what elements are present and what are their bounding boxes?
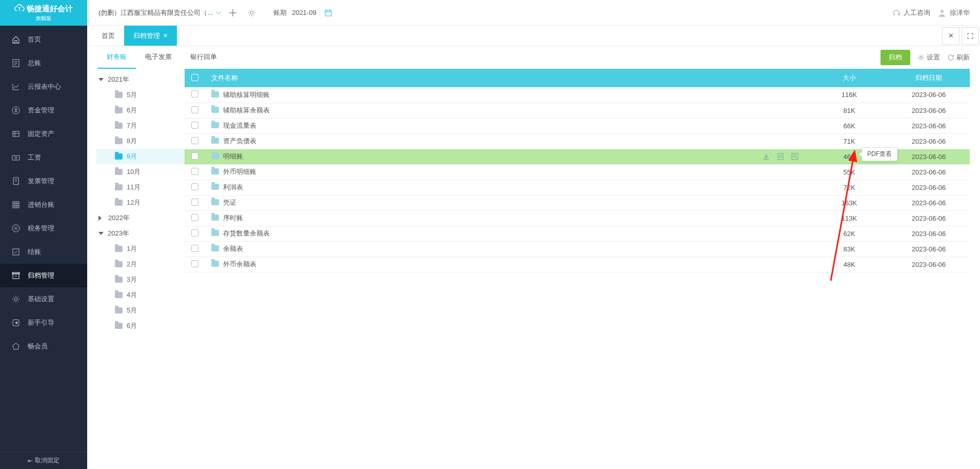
cloud-icon [14,4,25,13]
company-settings-button[interactable] [245,9,259,17]
sidebar-item-5[interactable]: 工资 [0,146,87,169]
subtab-einvoice[interactable]: 电子发票 [136,46,181,69]
sidebar-footer-toggle[interactable]: ⇤ 取消固定 [0,452,87,469]
file-name: 存货数量余额表 [223,229,270,237]
tree-month[interactable]: 5月 [96,87,185,103]
consult-button[interactable]: 人工咨询 [892,8,930,17]
table-row[interactable]: 外币明细账55K2023-06-06 [185,164,970,180]
row-checkbox[interactable] [191,137,198,144]
table-row[interactable]: 辅助核算余额表81K2023-06-06 [185,103,970,118]
refresh-button[interactable]: 刷新 [947,53,970,62]
user-menu[interactable]: 徐泽华 [937,8,970,17]
tree-month[interactable]: 10月 [96,164,185,180]
row-checkbox[interactable] [191,90,198,97]
archive-date: 2023-06-06 [912,107,946,114]
row-checkbox[interactable] [191,245,198,252]
sidebar-item-12[interactable]: 新手引导 [0,311,87,335]
subtab-finance[interactable]: 财务账 [97,46,136,69]
tree-month[interactable]: 7月 [96,118,185,133]
subtab-bank[interactable]: 银行回单 [181,46,226,69]
row-checkbox[interactable] [191,183,198,190]
sidebar-item-label: 资金管理 [28,106,54,115]
archive-date: 2023-06-06 [912,199,946,207]
table-row[interactable]: 序时账113K2023-06-06 [185,210,970,226]
sidebar-item-2[interactable]: 云报表中心 [0,75,87,99]
tree-month[interactable]: 2月 [96,257,185,272]
select-all-checkbox[interactable] [191,74,198,81]
folder-icon [211,168,219,174]
row-checkbox[interactable] [191,199,198,206]
sidebar-item-0[interactable]: 首页 [0,28,87,51]
table-row[interactable]: 余额表83K2023-06-06 [185,241,970,257]
sidebar-item-9[interactable]: 结账 [0,240,87,264]
tree-month[interactable]: 5月 [96,303,185,318]
svg-rect-3 [12,155,19,160]
tree-month[interactable]: 6月 [96,103,185,118]
sidebar-item-4[interactable]: 固定资产 [0,122,87,146]
table-row[interactable]: 明细账46K2023-06-06 [185,149,970,164]
tab-home[interactable]: 首页 [92,26,124,46]
table-row[interactable]: 资产负债表71K2023-06-06 [185,133,970,149]
table-row[interactable]: 凭证163K2023-06-06 [185,195,970,210]
settings-icon [11,295,21,304]
row-checkbox[interactable] [191,260,198,267]
sidebar-item-8[interactable]: 税务管理 [0,217,87,240]
add-company-button[interactable] [226,9,239,16]
tree-month-label: 3月 [127,275,137,284]
row-checkbox[interactable] [191,106,198,113]
download-icon[interactable] [762,152,771,161]
tree-month-label: 9月 [127,152,137,161]
tree-year[interactable]: 2022年 [96,210,185,226]
file-size: 81K [843,107,855,114]
table-row[interactable]: 存货数量余额表62K2023-06-06 [185,226,970,241]
tree-month[interactable]: 8月 [96,133,185,149]
svg-point-18 [793,155,796,158]
sidebar-item-13[interactable]: 畅会员 [0,335,87,358]
row-checkbox[interactable] [191,214,198,221]
tree-month-label: 6月 [127,106,137,115]
tree-year[interactable]: 2021年 [96,72,185,87]
row-checkbox[interactable] [191,122,198,129]
tree-month-label: 8月 [127,136,137,146]
archive-date: 2023-06-06 [912,184,946,191]
tab-close-icon[interactable]: ✕ [163,32,168,39]
tabs-expand-button[interactable] [962,27,979,45]
company-selector[interactable]: (勿删）江西服宝精品有限责任公司（... [98,8,221,17]
archive-button[interactable]: 归档 [881,50,910,65]
sidebar-item-label: 总账 [28,58,41,68]
table-row[interactable]: 外币余额表48K2023-06-06 [185,257,970,272]
tree-month[interactable]: 4月 [96,287,185,303]
row-checkbox[interactable] [191,229,198,237]
tax-icon [11,224,21,233]
folder-icon [115,277,123,283]
tree-month[interactable]: 3月 [96,272,185,287]
sidebar-item-7[interactable]: 进销台账 [0,193,87,217]
tabs-close-button[interactable]: ✕ [942,27,959,45]
period-value[interactable]: 2021-09 [292,9,316,16]
tree-month[interactable]: 6月 [96,318,185,334]
tree-year[interactable]: 2023年 [96,226,185,241]
table-row[interactable]: 辅助核算明细账116K2023-06-06 [185,87,970,103]
sidebar-item-6[interactable]: 发票管理 [0,169,87,193]
period-picker-button[interactable] [322,9,335,16]
pdf-icon[interactable] [776,152,785,161]
sidebar-item-10[interactable]: 归档管理 [0,264,87,287]
tree-month[interactable]: 1月 [96,241,185,257]
table-row[interactable]: 利润表72K2023-06-06 [185,180,970,195]
file-name: 现金流量表 [223,122,256,129]
tab-archive-manage[interactable]: 归档管理 ✕ [124,26,177,46]
table-row[interactable]: 现金流量表66K2023-06-06 [185,118,970,133]
sidebar-item-11[interactable]: 基础设置 [0,287,87,311]
pdf-view-icon[interactable] [790,152,799,161]
row-checkbox[interactable] [191,152,198,160]
avatar-icon [937,8,947,17]
row-checkbox[interactable] [191,168,198,175]
header: (勿删）江西服宝精品有限责任公司（... 账期 2021-09 人工咨询 [87,0,980,26]
folder-icon [115,292,123,298]
tree-month[interactable]: 12月 [96,195,185,210]
settings-button[interactable]: 设置 [917,53,940,62]
sidebar-item-3[interactable]: 资金管理 [0,99,87,122]
tree-month[interactable]: 11月 [96,180,185,195]
sidebar-item-1[interactable]: 总账 [0,51,87,75]
tree-month[interactable]: 9月 [96,149,185,164]
